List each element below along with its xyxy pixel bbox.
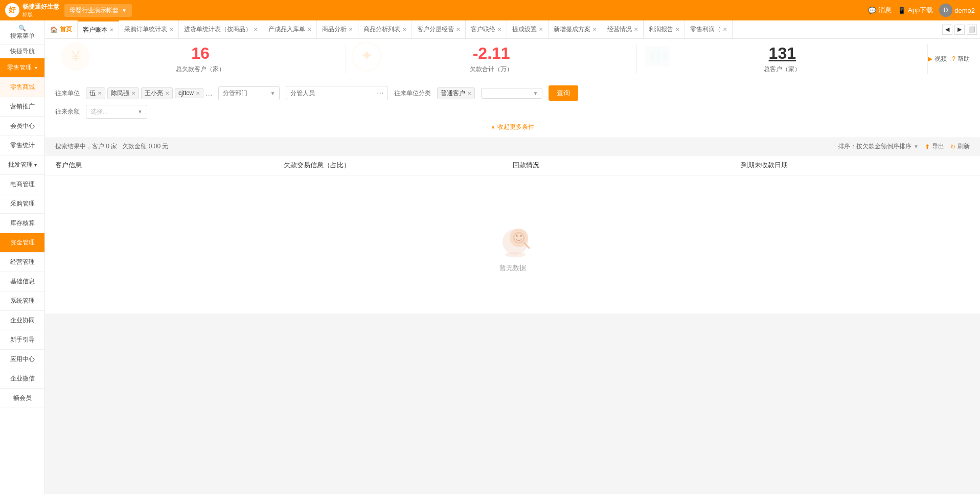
tab-close-new-commission[interactable]: ✕: [592, 27, 597, 32]
result-actions: 排序：按欠款金额倒序排序 ▼ ⬆ 导出 ↻ 刷新: [838, 142, 970, 151]
sidebar-item-capital[interactable]: 资金管理: [0, 233, 44, 253]
remove-cj-tag[interactable]: ✕: [196, 91, 200, 96]
sidebar-item-marketing[interactable]: 营销推广: [0, 97, 44, 117]
svg-text:D: D: [944, 7, 948, 14]
sidebar-item-basic-info[interactable]: 基础信息: [0, 272, 44, 291]
tab-goods-list[interactable]: 商品分析列表 ✕: [358, 20, 412, 39]
help-icon: ?: [952, 55, 955, 62]
debt-customers-label: 总欠款客户（家）: [176, 65, 225, 74]
stat-total-customers: 131 总客户（家）: [637, 44, 928, 74]
sidebar-item-wholesale[interactable]: 批发管理 ▾: [0, 155, 44, 175]
messages-button[interactable]: 💬 消息: [868, 6, 892, 15]
tab-close-operations[interactable]: ✕: [634, 27, 638, 32]
tab-actions: ◀ ▶ ⬜: [939, 25, 980, 35]
help-button[interactable]: ? 帮助: [952, 55, 970, 63]
total-customers-value[interactable]: 131: [769, 44, 796, 63]
chevron-up-icon: ∧: [491, 124, 495, 131]
sidebar-item-operations[interactable]: 经营管理: [0, 253, 44, 272]
filter-row-1: 往来单位 伍 ✕ 陈民强 ✕ 王小亮: [55, 85, 970, 101]
sidebar-item-enterprise-coop[interactable]: 企业协同: [0, 311, 44, 330]
sidebar-item-vip[interactable]: 畅会员: [0, 389, 44, 408]
sidebar-item-app-center[interactable]: 应用中心: [0, 350, 44, 369]
tab-close-customer-account[interactable]: ✕: [109, 27, 113, 33]
sidebar-item-retail-stats[interactable]: 零售统计: [0, 136, 44, 155]
tab-close-purchase-stats[interactable]: ✕: [254, 27, 258, 32]
video-button[interactable]: ▶ 视频: [928, 55, 947, 63]
collapse-button[interactable]: ∧ 收起更多条件: [55, 123, 970, 131]
sidebar-item-ecommerce[interactable]: 电商管理: [0, 175, 44, 194]
account-selector[interactable]: 母婴行业演示帐套 ▼: [64, 4, 132, 17]
search-icon: 🔍: [3, 25, 41, 32]
tab-scroll-left[interactable]: ◀: [942, 25, 952, 35]
tab-customer-contact[interactable]: 客户联络 ✕: [466, 20, 507, 39]
tab-customer-account[interactable]: 客户账本 ✕: [78, 20, 119, 39]
home-icon: 🏠: [50, 26, 58, 33]
sidebar-item-inventory[interactable]: 库存核算: [0, 214, 44, 233]
filter-tag-wu: 伍 ✕: [86, 87, 105, 99]
unit-category-dropdown[interactable]: ▼: [481, 88, 542, 99]
main-layout: 🔍 搜索菜单 快捷导航 零售管理 ▾ 零售商城 营销推广 会员中心 零售统计 批…: [0, 20, 980, 494]
tab-customer-segment[interactable]: 客户分层经营 ✕: [412, 20, 466, 39]
chevron-down-icon: ▼: [122, 8, 127, 13]
stat-debt-customers: ¥ 16 总欠款客户（家）: [55, 44, 346, 74]
tab-close-profit[interactable]: ✕: [675, 27, 679, 32]
person-filter-more[interactable]: ···: [377, 88, 383, 98]
tab-production-stock[interactable]: 产成品入库单 ✕: [263, 20, 317, 39]
stats-bar: ¥ 16 总欠款客户（家） ✦ -2.11 欠款合计（万）: [45, 39, 980, 79]
tab-profit-report[interactable]: 利润报告 ✕: [644, 20, 685, 39]
download-icon: 📱: [898, 7, 906, 14]
sidebar-item-retail-mall[interactable]: 零售商城: [0, 78, 44, 97]
tab-close-goods-analysis[interactable]: ✕: [349, 27, 353, 32]
department-filter[interactable]: 分管部门 ▼: [218, 86, 280, 100]
remove-wang-tag[interactable]: ✕: [165, 91, 169, 96]
tab-close-commission[interactable]: ✕: [539, 27, 543, 32]
tab-scroll-right[interactable]: ▶: [954, 25, 965, 35]
tab-purchase-stats[interactable]: 进货单统计表（按商品） ✕: [179, 20, 263, 39]
tab-close-goods-list[interactable]: ✕: [402, 27, 406, 32]
col-header-customer-info: 客户信息: [55, 161, 284, 170]
person-filter[interactable]: 分管人员 ···: [286, 86, 388, 100]
debt-amount-bg-icon: ✦: [351, 41, 382, 77]
filter-row-2: 往来余额 选择... ▼: [55, 105, 970, 119]
remove-wu-tag[interactable]: ✕: [98, 91, 102, 96]
remaining-filter[interactable]: 选择... ▼: [86, 105, 147, 119]
remove-chen-tag[interactable]: ✕: [131, 91, 135, 96]
app-subtitle: 标版: [22, 11, 59, 18]
export-button[interactable]: ⬆ 导出: [925, 142, 944, 151]
tab-close-customer-segment[interactable]: ✕: [456, 27, 460, 32]
sort-select[interactable]: 排序：按欠款金额倒序排序 ▼: [838, 142, 919, 151]
sidebar-item-retail-management[interactable]: 零售管理 ▾: [0, 58, 44, 78]
tab-maximize[interactable]: ⬜: [967, 25, 977, 35]
tab-new-commission[interactable]: 新增提成方案 ✕: [549, 20, 602, 39]
filter-more-tags[interactable]: ...: [206, 88, 212, 98]
tab-close-production-stock[interactable]: ✕: [307, 27, 311, 32]
tab-purchase-order[interactable]: 采购订单统计表 ✕: [119, 20, 179, 39]
col-header-debt-info: 欠款交易信息（占比）: [284, 161, 512, 170]
tab-commission-settings[interactable]: 提成设置 ✕: [507, 20, 549, 39]
sidebar-item-member-center[interactable]: 会员中心: [0, 117, 44, 136]
app-download-button[interactable]: 📱 App下载: [898, 6, 933, 15]
tab-retail-profit[interactable]: 零售利润（ ✕: [685, 20, 733, 39]
tab-close-customer-contact[interactable]: ✕: [497, 27, 502, 32]
tab-close-purchase-order[interactable]: ✕: [169, 27, 173, 32]
tab-close-retail-profit[interactable]: ✕: [723, 27, 727, 32]
sidebar-search[interactable]: 🔍 搜索菜单: [0, 20, 44, 45]
sidebar-item-system[interactable]: 系统管理: [0, 291, 44, 311]
tab-goods-analysis[interactable]: 商品分析 ✕: [317, 20, 358, 39]
query-button[interactable]: 查询: [549, 85, 578, 101]
sidebar: 🔍 搜索菜单 快捷导航 零售管理 ▾ 零售商城 营销推广 会员中心 零售统计 批…: [0, 20, 45, 494]
debt-amount-value: -2.11: [473, 44, 510, 63]
sidebar-item-enterprise-wechat[interactable]: 企业微信: [0, 369, 44, 389]
total-customers-label: 总客户（家）: [764, 65, 801, 74]
remove-normal-customer-tag[interactable]: ✕: [467, 91, 471, 96]
chevron-down-icon: ▼: [533, 91, 538, 96]
tab-home[interactable]: 🏠 首页: [45, 20, 78, 39]
debt-customers-value: 16: [191, 44, 210, 63]
user-profile[interactable]: D demo2: [939, 4, 975, 17]
sidebar-item-new-guide[interactable]: 新手引导: [0, 330, 44, 350]
sidebar-quick-nav[interactable]: 快捷导航: [0, 45, 44, 58]
svg-point-11: [505, 252, 526, 257]
tab-operations[interactable]: 经营情况 ✕: [602, 20, 644, 39]
refresh-button[interactable]: ↻ 刷新: [950, 142, 970, 151]
sidebar-item-purchase[interactable]: 采购管理: [0, 194, 44, 214]
